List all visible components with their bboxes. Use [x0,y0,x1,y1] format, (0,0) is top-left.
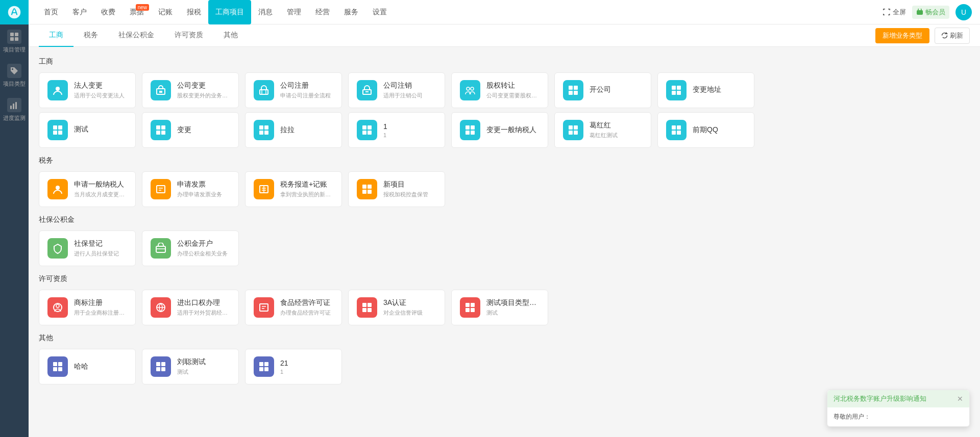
svg-rect-1 [10,33,14,36]
svg-rect-79 [362,308,366,312]
card-gehonghong[interactable]: 葛红红 葛红红测试 [554,112,651,148]
card-change[interactable]: 变更 [142,112,239,148]
card-apply-invoice[interactable]: 申请发票 办理申请发票业务 [142,171,239,207]
card-info: 申请一般纳税人 当月或次月成变更完成 [74,180,127,198]
sidebar-item-project-management[interactable]: 项目管理 [0,24,29,59]
card-icon [254,80,274,100]
card-company-cancel[interactable]: 公司注销 适用于注销公司 [348,72,445,108]
notification-close-button[interactable]: ✕ [957,395,963,403]
card-title: 变更地址 [693,85,746,94]
card-open-company[interactable]: 开公司 [554,72,651,108]
card-equity-transfer[interactable]: 股权转让 公司变更需要股权转让 [451,72,548,108]
card-info: 变更地址 [693,85,746,96]
svg-rect-81 [465,303,470,307]
svg-rect-32 [58,131,62,135]
nav-service[interactable]: 服务 [337,0,365,24]
card-haha[interactable]: 哈哈 [39,349,136,384]
card-company-change[interactable]: 公司变更 股权变更外的业务变更 [142,72,239,108]
new-type-button[interactable]: 新增业务类型 [875,28,929,43]
svg-rect-92 [161,367,165,371]
nav-tax[interactable]: 报税 [180,0,208,24]
card-desc: 办理公积金相关业务 [177,250,230,258]
nav-bookkeeping[interactable]: 记账 [151,0,180,24]
sidebar-logo[interactable] [0,0,29,24]
card-title: 变更 [177,125,230,135]
card-21[interactable]: 21 1 [245,349,342,384]
card-title: 公司注销 [383,81,436,90]
card-legal-change[interactable]: 法人变更 适用于公司变更法人 [39,72,136,108]
tab-tax[interactable]: 税务 [74,24,108,47]
card-liucong-test[interactable]: 刘聪测试 测试 [142,349,239,384]
svg-rect-80 [368,308,372,312]
card-title: 刘聪测试 [177,357,230,367]
tab-license[interactable]: 许可资质 [164,24,213,47]
card-info: 公积金开户 办理公积金相关业务 [177,239,230,258]
refresh-button[interactable]: 刷新 [935,28,970,44]
nav-client[interactable]: 客户 [65,0,94,24]
tab-social[interactable]: 社保公积金 [108,24,164,47]
card-desc: 适用于对外贸易经营者 [177,309,230,317]
section-title-industry: 工商 [39,57,970,66]
card-test[interactable]: 测试 [39,112,136,148]
card-export[interactable]: 进出口权办理 适用于对外贸易经营者 [142,290,239,325]
card-change-address[interactable]: 变更地址 [657,72,754,108]
avatar[interactable]: U [955,4,972,20]
tab-other[interactable]: 其他 [213,24,248,47]
svg-rect-94 [264,362,268,366]
card-3a-cert[interactable]: 3A认证 对企业信誉评级 [348,290,445,325]
card-info: 税务报道+记账 拿到营业执照的新公司 [280,180,333,198]
nav-industry[interactable]: 工商项目 [208,0,251,24]
card-title: 新项目 [383,180,436,189]
svg-rect-33 [156,125,160,130]
card-tax-booking[interactable]: 税务报道+记账 拿到营业执照的新公司 [245,171,342,207]
cards-license: 商标注册 用于企业商标注册服务 进出口权办理 适用于对外贸易经营者 食品经营 [39,290,970,325]
card-trademark[interactable]: 商标注册 用于企业商标注册服务 [39,290,136,325]
nav-fee[interactable]: 收费 [94,0,122,24]
grid-icon [7,30,21,44]
nav-admin[interactable]: 管理 [280,0,308,24]
card-fund-account[interactable]: 公积金开户 办理公积金相关业务 [142,230,239,266]
card-food-license[interactable]: 食品经营许可证 办理食品经营许可证 [245,290,342,325]
card-info: 21 1 [280,359,333,375]
section-title-other: 其他 [39,333,970,343]
svg-rect-24 [574,91,578,95]
svg-rect-89 [156,362,160,366]
card-change-taxpayer[interactable]: 变更一般纳税人 [451,112,548,148]
tab-industry[interactable]: 工商 [39,24,74,47]
card-test-type[interactable]: 测试项目类型目定义 测试 [451,290,548,325]
card-company-reg[interactable]: 公司注册 申请公司注册全流程 [245,72,342,108]
card-new-project[interactable]: 新项目 报税加税控盘保管 [348,171,445,207]
card-info: 社保登记 进行人员社保登记 [74,239,127,258]
svg-rect-43 [362,131,366,135]
nav-message[interactable]: 消息 [251,0,280,24]
svg-rect-83 [465,308,470,312]
notif-title: 河北税务数字账户升级影响通知 [834,394,926,403]
svg-rect-86 [58,362,62,366]
svg-rect-84 [471,308,475,312]
sidebar-item-project-type[interactable]: 项目类型 [0,59,29,93]
card-title: 公司变更 [177,81,230,90]
card-icon [563,80,583,100]
nav-settings[interactable]: 设置 [365,0,394,24]
svg-rect-93 [259,362,263,366]
card-apply-taxpayer[interactable]: 申请一般纳税人 当月或次月成变更完成 [39,171,136,207]
card-1[interactable]: 1 1 [348,112,445,148]
card-lala[interactable]: 拉拉 [245,112,342,148]
chart-icon [7,98,21,112]
nav-business[interactable]: 经营 [308,0,337,24]
svg-rect-55 [672,131,676,135]
fullscreen-button[interactable]: 全屏 [883,8,906,17]
tabs-actions: 新增业务类型 刷新 [875,28,970,44]
card-early-qq[interactable]: 前期QQ [657,112,754,148]
card-info: 食品经营许可证 办理食品经营许可证 [280,298,333,317]
card-title: 葛红红 [590,121,643,130]
sidebar-item-progress[interactable]: 进度监测 [0,93,29,127]
svg-rect-40 [264,131,268,135]
svg-rect-25 [672,86,676,90]
svg-rect-7 [13,104,14,109]
member-button[interactable]: 畅会员 [912,6,949,19]
card-social-reg[interactable]: 社保登记 进行人员社保登记 [39,230,136,266]
member-label: 畅会员 [925,8,945,17]
nav-home[interactable]: 首页 [37,0,65,24]
nav-ticket[interactable]: 票据 new [122,0,151,24]
